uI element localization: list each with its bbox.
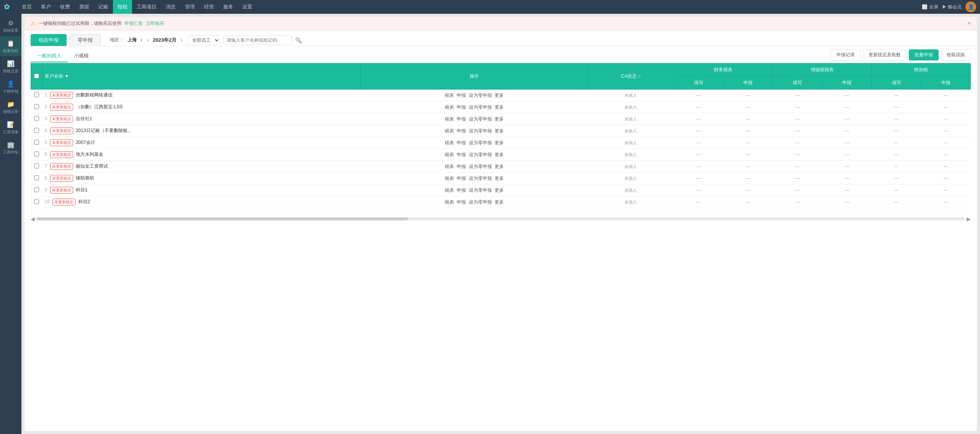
nav-home[interactable]: 首页	[17, 0, 36, 14]
row-checkbox[interactable]	[34, 187, 39, 192]
date-next-btn[interactable]: ›	[179, 37, 184, 44]
op-申报[interactable]: 申报	[457, 116, 467, 122]
op-税表[interactable]: 税表	[445, 152, 455, 157]
date-prev-btn[interactable]: ‹	[145, 37, 150, 44]
nav-service[interactable]: 服务	[219, 0, 238, 14]
banner-close-btn[interactable]: ×	[967, 20, 971, 27]
op-税表[interactable]: 税表	[445, 164, 455, 169]
op-申报[interactable]: 申报	[457, 199, 467, 205]
op-更多[interactable]: 更多	[495, 104, 504, 110]
op-申报[interactable]: 申报	[457, 140, 467, 145]
info-icon[interactable]: ℹ	[140, 38, 142, 43]
search-input[interactable]	[223, 36, 292, 45]
op-税表[interactable]: 税表	[445, 199, 455, 205]
scroll-left-arrow[interactable]: ◀	[31, 216, 35, 222]
op-设为零申报[interactable]: 设为零申报	[469, 188, 493, 193]
vip-btn[interactable]: ▶ 畅会员	[942, 4, 962, 10]
op-申报[interactable]: 申报	[457, 188, 467, 193]
op-设为零申报[interactable]: 设为零申报	[469, 104, 493, 110]
row-checkbox[interactable]	[34, 152, 39, 157]
sur-fill-cell: —	[872, 173, 921, 184]
op-设为零申报[interactable]: 设为零申报	[469, 176, 493, 181]
nav-invoice[interactable]: 票据	[75, 0, 94, 14]
row-checkbox[interactable]	[34, 92, 39, 97]
sidebar-item-personal-tax[interactable]: 👤 个税申报	[0, 77, 21, 97]
op-设为零申报[interactable]: 设为零申报	[469, 140, 493, 145]
op-更多[interactable]: 更多	[495, 176, 504, 181]
op-设为零申报[interactable]: 设为零申报	[469, 164, 493, 169]
row-checkbox[interactable]	[34, 140, 39, 145]
nav-client[interactable]: 客户	[36, 0, 56, 14]
op-申报[interactable]: 申报	[457, 152, 467, 157]
op-更多[interactable]: 更多	[495, 116, 504, 122]
nav-business[interactable]: 工商项目	[132, 0, 161, 14]
op-税表[interactable]: 税表	[445, 104, 455, 110]
row-checkbox[interactable]	[34, 175, 39, 180]
nav-right: ⬜ 全屏 ▶ 畅会员 👤	[922, 2, 976, 12]
op-设为零申报[interactable]: 设为零申报	[469, 128, 493, 134]
op-更多[interactable]: 更多	[495, 188, 504, 193]
buy-link[interactable]: 立即购买	[146, 20, 164, 27]
op-更多[interactable]: 更多	[495, 199, 504, 205]
vat-fill-cell: —	[773, 90, 822, 101]
nav-operation[interactable]: 经营	[199, 0, 219, 14]
nav-bookkeeping[interactable]: 记账	[94, 0, 113, 14]
op-更多[interactable]: 更多	[495, 93, 504, 98]
sidebar-item-batch-tax[interactable]: 📋 批量报税	[0, 36, 21, 56]
row-checkbox[interactable]	[34, 199, 39, 204]
nav-manage[interactable]: 管理	[180, 0, 199, 14]
user-avatar[interactable]: 👤	[965, 2, 976, 12]
op-更多[interactable]: 更多	[495, 128, 504, 134]
scroll-right-arrow[interactable]: ▶	[967, 216, 971, 222]
op-设为零申报[interactable]: 设为零申报	[469, 116, 493, 122]
warning-icon: ⚠	[31, 20, 36, 26]
client-name: 科目1	[76, 187, 88, 193]
op-税表[interactable]: 税表	[445, 93, 455, 98]
op-申报[interactable]: 申报	[457, 128, 467, 134]
tab-zero-declaration[interactable]: 零申报	[70, 34, 101, 46]
op-税表[interactable]: 税表	[445, 116, 455, 122]
scrollbar-thumb[interactable]	[36, 217, 408, 220]
sidebar-item-tax-records[interactable]: 📁 报税记录	[0, 97, 21, 117]
op-税表[interactable]: 税表	[445, 140, 455, 145]
nav-settings[interactable]: 设置	[238, 0, 257, 14]
nav-fee[interactable]: 收费	[56, 0, 75, 14]
sidebar-item-tax-settings[interactable]: ⚙ 报税设置	[0, 16, 21, 36]
row-checkbox[interactable]	[34, 128, 39, 133]
sidebar-item-business-report[interactable]: 🏢 工商年报	[0, 137, 21, 158]
op-税表[interactable]: 税表	[445, 176, 455, 181]
op-更多[interactable]: 更多	[495, 140, 504, 145]
op-设为零申报[interactable]: 设为零申报	[469, 152, 493, 157]
sidebar-item-settlement[interactable]: 📝 汇算清缴	[0, 117, 21, 137]
nav-tax[interactable]: 报税	[113, 0, 132, 14]
op-申报[interactable]: 申报	[457, 104, 467, 110]
select-all-checkbox[interactable]	[34, 73, 39, 78]
collect-receipt-btn[interactable]: 收取回执	[941, 49, 971, 60]
op-申报[interactable]: 申报	[457, 176, 467, 181]
op-税表[interactable]: 税表	[445, 188, 455, 193]
op-申报[interactable]: 申报	[457, 164, 467, 169]
op-更多[interactable]: 更多	[495, 164, 504, 169]
sub-tab-general[interactable]: 一般的税人	[31, 50, 68, 62]
update-stats-btn[interactable]: 更新统定及取数	[863, 49, 906, 60]
row-checkbox[interactable]	[34, 104, 39, 109]
declaration-records-btn[interactable]: 申报记录	[831, 49, 861, 60]
sidebar-item-tax-overview[interactable]: 📊 报税总览	[0, 56, 21, 77]
row-checkbox[interactable]	[34, 116, 39, 121]
sub-tab-small[interactable]: 小规模	[68, 50, 95, 62]
sidebar-label-personal-tax: 个税申报	[3, 89, 18, 94]
batch-declare-btn[interactable]: 批量申报	[909, 49, 939, 60]
op-更多[interactable]: 更多	[495, 152, 504, 157]
dept-select[interactable]: 全部员工	[187, 35, 220, 45]
search-button[interactable]: 🔍	[295, 37, 302, 43]
op-设为零申报[interactable]: 设为零申报	[469, 199, 493, 205]
declaration-link[interactable]: 申报汇签	[124, 20, 143, 27]
row-checkbox[interactable]	[34, 163, 39, 168]
op-申报[interactable]: 申报	[457, 93, 467, 98]
op-税表[interactable]: 税表	[445, 128, 455, 134]
op-设为零申报[interactable]: 设为零申报	[469, 93, 493, 98]
fullscreen-btn[interactable]: ⬜ 全屏	[922, 4, 938, 10]
th-surcharge-tax: 附加税	[872, 64, 971, 77]
nav-message[interactable]: 消息	[161, 0, 180, 14]
tab-tax-declaration[interactable]: 税款申报	[31, 34, 67, 46]
